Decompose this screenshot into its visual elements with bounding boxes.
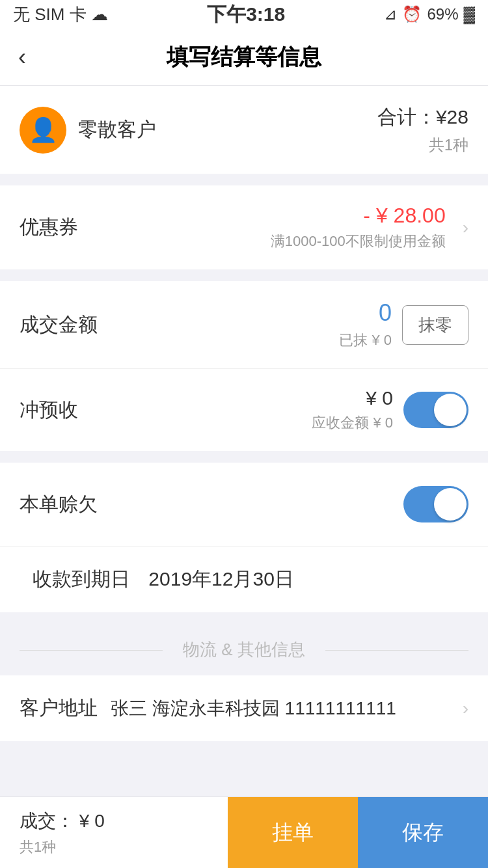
- status-left: 无 SIM 卡 ☁: [13, 3, 108, 26]
- bottom-deal-text: 成交： ¥ 0: [20, 809, 208, 834]
- address-chevron: ›: [463, 698, 468, 719]
- deal-amount-value: 0: [339, 299, 392, 327]
- logistics-line-right: [325, 650, 468, 651]
- battery-icon: ▓: [464, 5, 476, 23]
- bottom-deal-label: 成交：: [20, 811, 74, 831]
- pre-collect-value: ¥ 0: [312, 387, 393, 409]
- logistics-line-left: [20, 650, 163, 651]
- battery-text: 69%: [427, 5, 458, 23]
- credit-section: 本单赊欠 收款到期日 2019年12月30日: [0, 463, 488, 612]
- pre-collect-value-container: ¥ 0 应收金额 ¥ 0: [312, 387, 393, 433]
- round-button[interactable]: 抹零: [402, 305, 468, 345]
- coupon-value: - ¥ 28.00 满1000-100不限制使用金额: [271, 204, 446, 251]
- deal-section: 成交金额 0 已抹 ¥ 0 抹零 冲预收 ¥ 0 应收金额 ¥ 0: [0, 281, 488, 451]
- credit-label: 本单赊欠: [20, 491, 98, 518]
- alarm-icon: ⏰: [402, 5, 422, 23]
- status-time: 下午3:18: [207, 1, 285, 28]
- deal-amount-right: 0 已抹 ¥ 0 抹零: [98, 299, 468, 350]
- nav-title: 填写结算等信息: [167, 42, 321, 72]
- pre-collect-right: ¥ 0 应收金额 ¥ 0: [98, 387, 468, 433]
- address-section: 客户地址 张三 海淀永丰科技园 11111111111 ›: [0, 675, 488, 741]
- bottom-deal-value: ¥ 0: [79, 811, 105, 831]
- customer-avatar: 👤: [20, 107, 66, 154]
- pre-collect-toggle[interactable]: [403, 392, 468, 428]
- customer-right: 合计：¥28 共1种: [377, 104, 468, 156]
- logistics-divider: 物流 & 其他信息: [0, 624, 488, 675]
- status-right: ⊿ ⏰ 69% ▓: [384, 5, 475, 23]
- location-icon: ⊿: [384, 5, 397, 23]
- save-button[interactable]: 保存: [358, 797, 488, 869]
- due-date-value: 2019年12月30日: [148, 568, 293, 590]
- logistics-label: 物流 & 其他信息: [170, 638, 318, 661]
- content: 👤 零散客户 合计：¥28 共1种 优惠券 - ¥ 28.00 满1000-10…: [0, 86, 488, 831]
- nav-bar: ‹ 填写结算等信息: [0, 29, 488, 86]
- coupon-row[interactable]: 优惠券 - ¥ 28.00 满1000-100不限制使用金额 ›: [0, 185, 488, 269]
- deal-amount-value-container: 0 已抹 ¥ 0: [339, 299, 392, 350]
- deal-amount-row: 成交金额 0 已抹 ¥ 0 抹零: [0, 281, 488, 369]
- deal-amount-label: 成交金额: [20, 312, 98, 338]
- deal-amount-sub: 已抹 ¥ 0: [339, 331, 392, 350]
- due-date-label: 收款到期日 2019年12月30日: [20, 568, 294, 590]
- credit-row: 本单赊欠: [0, 463, 488, 546]
- pre-collect-sub: 应收金额 ¥ 0: [312, 413, 393, 433]
- customer-left: 👤 零散客户: [20, 107, 156, 154]
- address-value: 张三 海淀永丰科技园 11111111111: [111, 696, 456, 721]
- coupon-label: 优惠券: [20, 214, 98, 241]
- customer-section: 👤 零散客户 合计：¥28 共1种: [0, 86, 488, 174]
- back-button[interactable]: ‹: [18, 44, 26, 71]
- customer-total: 合计：¥28: [377, 104, 468, 131]
- toggle-knob: [434, 394, 467, 426]
- date-row: 收款到期日 2019年12月30日: [0, 546, 488, 612]
- hold-button[interactable]: 挂单: [228, 797, 358, 869]
- status-bar: 无 SIM 卡 ☁ 下午3:18 ⊿ ⏰ 69% ▓: [0, 0, 488, 29]
- credit-toggle[interactable]: [403, 486, 468, 522]
- no-sim-text: 无 SIM 卡 ☁: [13, 3, 108, 26]
- address-label: 客户地址: [20, 695, 98, 722]
- coupon-desc: 满1000-100不限制使用金额: [271, 232, 446, 251]
- customer-row: 👤 零散客户 合计：¥28 共1种: [0, 86, 488, 174]
- avatar-icon: 👤: [29, 116, 58, 144]
- bottom-info: 成交： ¥ 0 共1种: [0, 809, 228, 857]
- coupon-right: - ¥ 28.00 满1000-100不限制使用金额 ›: [98, 204, 468, 251]
- address-row[interactable]: 客户地址 张三 海淀永丰科技园 11111111111 ›: [0, 675, 488, 741]
- coupon-chevron: ›: [463, 217, 468, 238]
- bottom-bar: 成交： ¥ 0 共1种 挂单 保存: [0, 796, 488, 868]
- coupon-amount: - ¥ 28.00: [271, 204, 446, 228]
- due-date-label-text: 收款到期日: [33, 568, 130, 590]
- credit-toggle-knob: [434, 488, 467, 521]
- bottom-count: 共1种: [20, 837, 208, 857]
- customer-count: 共1种: [377, 135, 468, 156]
- customer-name: 零散客户: [78, 116, 156, 143]
- pre-collect-row: 冲预收 ¥ 0 应收金额 ¥ 0: [0, 369, 488, 451]
- pre-collect-label: 冲预收: [20, 397, 98, 424]
- coupon-section: 优惠券 - ¥ 28.00 满1000-100不限制使用金额 ›: [0, 185, 488, 269]
